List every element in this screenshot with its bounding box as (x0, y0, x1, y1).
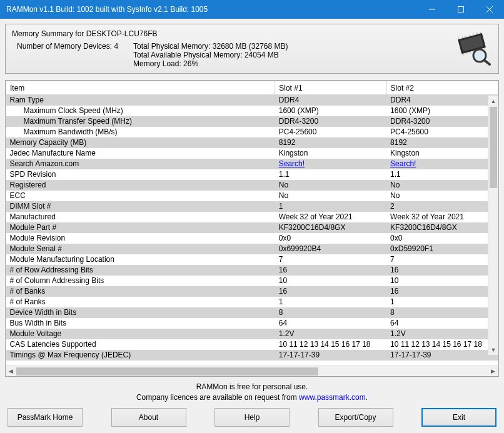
cell-slot1: 1 (275, 297, 386, 307)
svg-line-19 (485, 48, 485, 50)
cell-slot1: 64 (275, 318, 386, 329)
cell-slot1: 1600 (XMP) (275, 106, 386, 116)
cell-slot1: 8 (275, 307, 386, 318)
cell-slot1: No (275, 180, 386, 191)
table-row[interactable]: Maximum Transfer Speed (MHz)DDR4-3200DDR… (6, 116, 498, 127)
cell-item: # of Column Addressing Bits (6, 276, 275, 286)
svg-line-7 (462, 36, 463, 38)
cell-item: Manufactured (6, 212, 275, 222)
table-row[interactable]: Module Revision0x00x0 (6, 233, 498, 244)
cell-item: Module Voltage (6, 329, 275, 339)
table-row[interactable]: Module Part #KF3200C16D4/8GXKF3200C16D4/… (6, 222, 498, 233)
cell-slot1: 1.1 (275, 169, 386, 180)
cell-slot2: Kingston (386, 148, 498, 159)
cell-slot1: 17-17-17-39 (275, 350, 386, 361)
search-link[interactable]: Search! (279, 159, 305, 168)
scroll-left-icon[interactable]: ◀ (6, 366, 16, 377)
table-row[interactable]: Maximum Clock Speed (MHz)1600 (XMP)1600 … (6, 106, 498, 116)
cell-slot2: KF3200C16D4/8GX (386, 222, 498, 233)
svg-line-14 (466, 52, 467, 54)
passmark-home-button[interactable]: PassMark Home (8, 408, 83, 427)
table-row[interactable]: ManufacturedWeek 32 of Year 2021Week 32 … (6, 212, 498, 222)
cell-item: Timings @ Max Frequency (JEDEC) (6, 350, 275, 361)
button-row: PassMark Home About Help Export/Copy Exi… (5, 408, 499, 427)
svg-line-6 (458, 37, 459, 39)
about-button[interactable]: About (111, 408, 186, 427)
table-row[interactable]: # of Ranks11 (6, 297, 498, 307)
table-row[interactable]: # of Row Addressing Bits1616 (6, 265, 498, 276)
svg-line-22 (484, 60, 490, 64)
svg-line-10 (473, 34, 473, 36)
table-row[interactable]: Timings @ Max Frequency (JEDEC)17-17-17-… (6, 350, 498, 361)
cell-item: Module Manufacturing Location (6, 254, 275, 265)
cell-slot2: 2 (386, 201, 498, 212)
minimize-button[interactable] (418, 0, 446, 19)
header-slot1[interactable]: Slot #1 (275, 81, 386, 95)
scroll-up-icon[interactable]: ▲ (488, 96, 498, 106)
cell-slot2: 16 (386, 265, 498, 276)
table-row[interactable]: Device Width in Bits88 (6, 307, 498, 318)
help-button[interactable]: Help (214, 408, 290, 427)
data-table-container: Item Slot #1 Slot #2 Ram TypeDDR4DDR4Max… (5, 80, 499, 377)
cell-slot1: 1 (275, 201, 386, 212)
table-row[interactable]: Search Amazon.comSearch!Search! (6, 159, 498, 169)
table-row[interactable]: Maximum Bandwidth (MB/s)PC4-25600PC4-256… (6, 127, 498, 137)
table-row[interactable]: RegisteredNoNo (6, 180, 498, 191)
cell-slot1: Week 32 of Year 2021 (275, 212, 386, 222)
cell-item: Device Width in Bits (6, 307, 275, 318)
cell-item: Bus Width in Bits (6, 318, 275, 329)
header-slot2[interactable]: Slot #2 (386, 81, 498, 95)
cell-slot2: No (386, 191, 498, 201)
cell-slot1: KF3200C16D4/8GX (275, 222, 386, 233)
export-copy-button[interactable]: Export/Copy (318, 408, 393, 427)
titlebar[interactable]: RAMMon v1.1 Build: 1002 built with SysIn… (0, 0, 504, 19)
cell-slot1: Kingston (275, 148, 386, 159)
cell-item: Search Amazon.com (6, 159, 275, 169)
cell-slot2: 10 11 12 13 14 15 16 17 18 (386, 339, 498, 350)
available-physical-memory: Total Available Physical Memory: 24054 M… (133, 51, 288, 59)
cell-slot2: DDR4-3200 (386, 116, 498, 127)
svg-line-12 (480, 32, 481, 33)
scrollbar-thumb[interactable] (490, 107, 497, 188)
table-row[interactable]: Jedec Manufacture NameKingstonKingston (6, 148, 498, 159)
svg-line-9 (470, 34, 470, 36)
passmark-link[interactable]: www.passmark.com (299, 393, 366, 402)
footer-line1: RAMMon is free for personal use. (5, 382, 499, 392)
table-row[interactable]: DIMM Slot #12 (6, 201, 498, 212)
cell-slot1: DDR4-3200 (275, 116, 386, 127)
cell-item: Ram Type (6, 95, 275, 106)
cell-slot2: 1.2V (386, 329, 498, 339)
cell-item: Maximum Transfer Speed (MHz) (6, 116, 275, 127)
table-row[interactable]: Bus Width in Bits6464 (6, 318, 498, 329)
horizontal-scrollbar[interactable]: ◀ ▶ (6, 366, 498, 376)
table-row[interactable]: SPD Revision1.11.1 (6, 169, 498, 180)
maximize-button[interactable] (446, 0, 475, 19)
cell-slot1: 16 (275, 265, 386, 276)
svg-line-15 (470, 52, 471, 54)
table-row[interactable]: CAS Latencies Supported10 11 12 13 14 15… (6, 339, 498, 350)
vertical-scrollbar[interactable]: ▲ ▼ (488, 96, 498, 355)
table-row[interactable]: Ram TypeDDR4DDR4 (6, 95, 498, 106)
search-link[interactable]: Search! (390, 159, 416, 168)
table-row[interactable]: Module Voltage1.2V1.2V (6, 329, 498, 339)
table-row[interactable]: # of Column Addressing Bits1010 (6, 276, 498, 286)
scrollbar-thumb-h[interactable] (16, 367, 318, 376)
cell-slot2: 8 (386, 307, 498, 318)
cell-slot2: 17-17-17-39 (386, 350, 498, 361)
cell-slot1: 16 (275, 286, 386, 297)
table-row[interactable]: Module Manufacturing Location77 (6, 254, 498, 265)
total-physical-memory: Total Physical Memory: 32680 MB (32768 M… (133, 42, 288, 51)
table-row[interactable]: # of Banks1616 (6, 286, 498, 297)
close-button[interactable] (475, 0, 504, 19)
scroll-right-icon[interactable]: ▶ (488, 366, 498, 377)
cell-slot1: 10 11 12 13 14 15 16 17 18 (275, 339, 386, 350)
table-row[interactable]: ECCNoNo (6, 191, 498, 201)
exit-button[interactable]: Exit (421, 408, 496, 427)
scroll-down-icon[interactable]: ▼ (488, 344, 498, 355)
table-row[interactable]: Module Serial #0x699920B40xD59920F1 (6, 244, 498, 254)
header-item[interactable]: Item (6, 81, 275, 95)
footer-line2-post: . (366, 393, 368, 402)
table-row[interactable]: Memory Capacity (MB)81928192 (6, 137, 498, 148)
cell-slot2: 16 (386, 286, 498, 297)
cell-slot2: No (386, 180, 498, 191)
